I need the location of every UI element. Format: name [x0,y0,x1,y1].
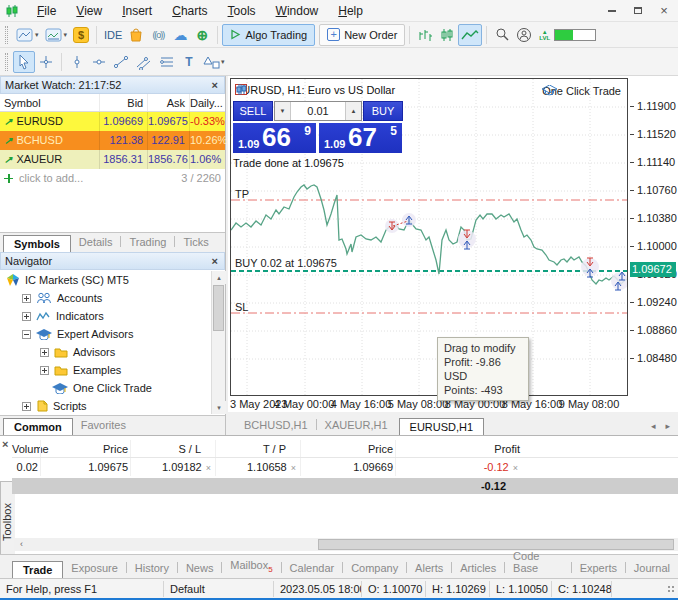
expand-icon[interactable] [22,402,31,411]
horizontal-line-tool-button[interactable] [88,51,110,73]
cursor-tool-button[interactable] [13,51,35,73]
vps-button[interactable]: ⊕ [191,24,213,46]
remove-sl-icon[interactable]: × [202,463,213,473]
scrollbar-thumb[interactable] [318,539,674,550]
remove-tp-icon[interactable]: × [287,463,298,473]
tab-alerts[interactable]: Alerts [407,560,451,578]
expand-icon[interactable] [22,312,31,321]
menu-help[interactable]: Help [328,2,373,20]
chart-tab-bchusd[interactable]: BCHUSD,H1 [236,417,316,435]
finance-button[interactable]: $ [70,24,92,46]
volume-down-icon[interactable]: ▼ [275,102,291,120]
chart-profiles-button[interactable]: ▾ [42,24,71,46]
symbol-row-xaueur[interactable]: ↗XAUEUR 1856.31 1856.76 1.06% [0,150,225,169]
crosshair-tool-button[interactable] [35,51,57,73]
menu-charts[interactable]: Charts [162,2,217,20]
buy-price-box[interactable]: 1.09 67 5 [319,123,402,153]
status-profile[interactable]: Default [164,581,274,597]
volume-up-icon[interactable]: ▲ [345,102,361,120]
expand-icon[interactable] [22,294,31,303]
tree-item-broker[interactable]: IC Markets (SC) MT5 [0,271,211,289]
tab-symbols[interactable]: Symbols [3,235,71,253]
cloud-button[interactable]: ☁ [169,24,191,46]
scrollbar-thumb[interactable] [213,285,224,331]
column-symbol[interactable]: Symbol [0,94,99,111]
new-order-button[interactable]: + New Order [319,24,405,46]
chart-tab-xaueur[interactable]: XAUEUR,H1 [317,417,396,435]
candlestick-chart-button[interactable] [436,24,458,46]
text-tool-button[interactable]: T [178,51,200,73]
tab-news[interactable]: News [178,560,222,578]
column-ask[interactable]: Ask [147,94,189,111]
column-sl[interactable]: S / L [130,440,215,457]
sell-button[interactable]: SELL [233,101,273,121]
volume-value[interactable]: 0.01 [291,102,345,120]
tab-company[interactable]: Company [343,560,406,578]
tab-common[interactable]: Common [3,418,73,436]
add-symbol-row[interactable]: click to add... 3 / 2260 [0,169,225,187]
chart-tab-eurusd[interactable]: EURUSD,H1 [399,418,485,436]
channel-tool-button[interactable] [132,51,155,73]
column-bid[interactable]: Bid [99,94,147,111]
algo-trading-button[interactable]: Algo Trading [222,24,315,46]
bar-chart-button[interactable] [414,24,436,46]
scroll-down-icon[interactable]: ▾ [212,401,226,414]
market-button[interactable] [125,24,147,46]
tree-item-expert-advisors[interactable]: Expert Advisors [0,325,211,343]
tab-experts[interactable]: Experts [572,560,625,578]
one-click-trade-label[interactable]: One Click Trade [542,85,621,97]
minimize-icon[interactable] [604,4,620,18]
restore-icon[interactable] [630,4,646,18]
symbol-row-eurusd[interactable]: ↗EURUSD 1.09669 1.09675 -0.33% [0,112,225,131]
tab-prev-icon[interactable]: ◂ [651,421,656,431]
tab-code-base[interactable]: Code Base [505,548,571,578]
expand-icon[interactable] [40,366,49,375]
tree-item-advisors[interactable]: Advisors [0,343,211,361]
line-chart-button[interactable] [458,24,482,46]
tab-history[interactable]: History [127,560,177,578]
tree-item-one-click-trade[interactable]: One Click Trade [0,379,211,397]
new-chart-button[interactable]: ▾ [13,24,42,46]
tab-ticks[interactable]: Ticks [175,234,216,252]
column-tp[interactable]: T / P [215,440,300,457]
close-position-icon[interactable]: × [509,463,520,473]
tree-item-scripts[interactable]: Scripts [0,397,211,414]
sell-price-box[interactable]: 1.09 66 9 [233,123,316,153]
price-axis[interactable]: 1.11900 1.11520 1.11140 1.10760 1.10380 … [630,78,676,396]
resize-grip[interactable] [666,584,676,594]
position-row[interactable]: 0.02 1.09675 1.09182× 1.10658× 1.09669 -… [12,458,678,476]
tree-item-examples[interactable]: Examples [0,361,211,379]
metaeditor-button[interactable]: IDE [101,24,125,46]
column-profit[interactable]: Profit [395,440,522,457]
level-indicator[interactable]: ▲ LVL [539,29,550,41]
expand-icon[interactable] [40,348,49,357]
tab-favorites[interactable]: Favorites [73,417,134,435]
menu-view[interactable]: View [66,2,112,20]
close-icon[interactable]: × [656,4,672,18]
close-icon[interactable]: × [210,255,220,267]
column-price[interactable]: Price [300,440,395,457]
column-open-price[interactable]: Price [40,440,130,457]
tab-journal[interactable]: Journal [626,560,678,578]
toolbar-grip[interactable] [5,26,8,44]
chart-plot-area[interactable]: EURUSD, H1: Euro vs US Dollar One Click … [230,78,628,396]
tab-next-icon[interactable]: ▸ [665,421,670,431]
vertical-line-tool-button[interactable] [66,51,88,73]
close-icon[interactable]: × [210,79,220,91]
signals-button[interactable]: ((o)) [147,24,169,46]
scroll-left-icon[interactable]: ‹ [14,538,29,551]
tab-trading[interactable]: Trading [121,234,174,252]
column-volume[interactable]: Volume [12,440,40,457]
tab-mailbox[interactable]: Mailbox5 [222,557,280,578]
menu-file[interactable]: File [27,2,66,20]
tree-item-accounts[interactable]: Accounts [0,289,211,307]
time-axis[interactable]: 3 May 2023 4 May 00:00 4 May 16:00 5 May… [230,398,628,412]
toolbox-scrollbar[interactable]: ‹ [14,538,678,551]
close-icon[interactable]: × [2,438,8,450]
collapse-icon[interactable] [22,330,31,339]
fibonacci-tool-button[interactable] [155,51,178,73]
tree-item-indicators[interactable]: Indicators [0,307,211,325]
shapes-tool-button[interactable]: ▾ [200,51,228,73]
column-daily[interactable]: Daily... [189,94,225,111]
tab-articles[interactable]: Articles [452,560,504,578]
